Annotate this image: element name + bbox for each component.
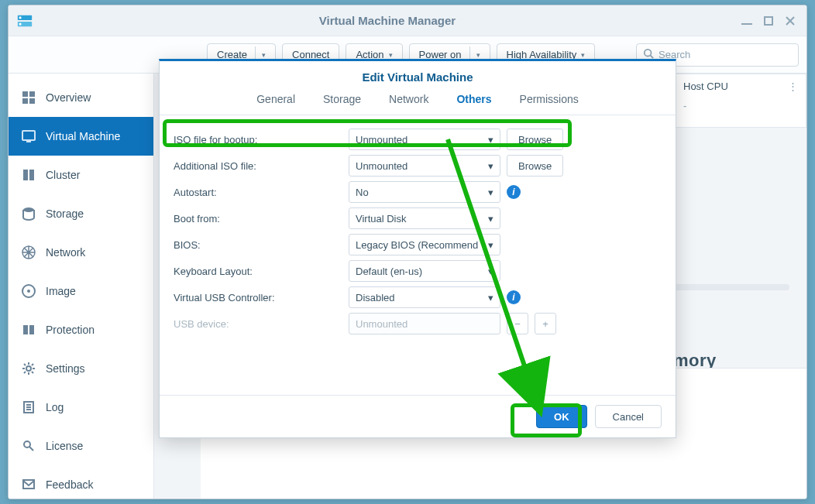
tab-permissions[interactable]: Permissions [517,91,582,107]
sidebar-item-label: Network [46,246,85,259]
caret-down-icon: ▾ [581,51,585,59]
ok-button[interactable]: OK [536,405,587,428]
image-icon [21,283,36,299]
usb-device-add-button: + [535,313,556,334]
svg-point-6 [645,50,652,57]
field-label: ISO file for bootup: [174,134,349,146]
iso-bootup-select[interactable]: Unmounted▾ [349,129,500,150]
sidebar-item-log[interactable]: Log [9,388,153,427]
sidebar-item-protection[interactable]: Protection [9,310,153,349]
field-label: Keyboard Layout: [174,266,349,277]
sidebar-item-feedback[interactable]: Feedback [9,465,153,504]
caret-down-icon: ▾ [488,239,493,251]
keyboard-layout-select[interactable]: Default (en-us)▾ [349,260,500,282]
overview-icon [21,90,36,105]
more-icon[interactable]: ⋮ [788,81,798,92]
host-cpu-panel: Host CPU ⋮ - [675,74,806,128]
settings-icon [21,361,36,376]
tab-general[interactable]: General [253,91,298,107]
svg-point-15 [23,207,34,212]
caret-down-icon: ▾ [389,51,393,59]
dialog-body: ISO file for bootup: Unmounted▾ Browse A… [160,115,676,395]
row-additional-iso: Additional ISO file: Unmounted▾ Browse [174,153,662,179]
svg-rect-11 [22,131,35,140]
network-icon [21,245,36,260]
host-cpu-value: - [683,100,798,111]
sidebar-item-label: Overview [46,91,91,104]
svg-rect-8 [29,91,35,97]
row-keyboard-layout: Keyboard Layout: Default (en-us)▾ [174,258,662,284]
autostart-select[interactable]: No▾ [349,181,500,203]
sidebar-item-overview[interactable]: Overview [9,78,153,117]
bios-select[interactable]: Legacy BIOS (Recommend▾ [349,234,500,255]
sidebar-item-label: Image [46,285,76,297]
sidebar: Overview Virtual Machine Cluster Storage… [9,74,154,499]
tab-network[interactable]: Network [386,91,432,107]
caret-down-icon: ▾ [488,266,493,277]
svg-rect-19 [23,325,28,334]
row-iso-bootup: ISO file for bootup: Unmounted▾ Browse [174,126,662,153]
log-icon [21,399,36,415]
sidebar-item-label: Protection [46,324,95,336]
svg-rect-14 [29,170,34,180]
window-close-button[interactable] [782,14,799,28]
license-icon [21,438,36,454]
sidebar-item-network[interactable]: Network [9,233,153,272]
svg-rect-3 [19,22,22,25]
svg-rect-9 [22,98,28,104]
caret-down-icon: ▾ [488,160,493,172]
sidebar-item-license[interactable]: License [9,427,153,465]
svg-rect-12 [26,141,31,142]
svg-rect-2 [19,16,22,19]
sidebar-item-settings[interactable]: Settings [9,349,153,388]
dialog-title: Edit Virtual Machine [160,61,676,87]
caret-down-icon: ▾ [488,134,493,146]
row-boot-from: Boot from: Virtual Disk▾ [174,205,662,231]
row-usb-device: USB device: Unmounted▾ − + [174,310,662,337]
info-icon[interactable]: i [507,290,521,304]
field-label: Boot from: [174,213,349,225]
sidebar-item-cluster[interactable]: Cluster [9,156,153,194]
progress-bar [673,284,789,290]
window-maximize-button[interactable] [760,14,777,28]
caret-down-icon: ▾ [488,292,493,303]
cancel-button[interactable]: Cancel [595,405,662,428]
tab-storage[interactable]: Storage [320,91,364,107]
window-title: Virtual Machine Manager [41,14,734,27]
svg-rect-5 [765,17,772,25]
tab-others[interactable]: Others [453,91,494,107]
app-icon [16,12,33,29]
field-label: Additional ISO file: [174,160,349,172]
svg-rect-13 [23,170,28,180]
sidebar-item-image[interactable]: Image [9,272,153,310]
boot-from-select[interactable]: Virtual Disk▾ [349,207,500,229]
additional-iso-browse-button[interactable]: Browse [507,155,563,177]
usb-device-select: Unmounted▾ [349,313,500,334]
info-icon[interactable]: i [507,185,521,199]
edit-vm-dialog: Edit Virtual Machine General Storage Net… [159,59,676,438]
cluster-icon [21,167,36,183]
sidebar-item-label: Storage [46,207,84,220]
additional-iso-select[interactable]: Unmounted▾ [349,155,500,177]
usb-controller-select[interactable]: Disabled▾ [349,286,500,308]
row-autostart: Autostart: No▾ i [174,179,662,205]
vm-icon [21,129,36,144]
iso-bootup-browse-button[interactable]: Browse [507,129,563,150]
svg-point-21 [26,366,31,371]
svg-rect-10 [29,98,35,104]
field-label: Autostart: [174,187,349,198]
svg-rect-7 [22,91,28,97]
field-label: BIOS: [174,239,349,251]
titlebar: Virtual Machine Manager [9,5,806,36]
host-cpu-label: Host CPU [683,81,728,92]
dialog-tabs: General Storage Network Others Permissio… [160,87,676,115]
window-minimize-button[interactable] [738,14,755,28]
caret-down-icon: ▾ [488,213,493,225]
dialog-footer: OK Cancel [160,395,676,437]
caret-down-icon: ▾ [488,187,493,198]
sidebar-item-storage[interactable]: Storage [9,194,153,233]
protection-icon [21,322,36,338]
field-label: Virtual USB Controller: [174,292,349,303]
sidebar-item-virtual-machine[interactable]: Virtual Machine [9,117,153,156]
svg-point-18 [27,290,30,293]
